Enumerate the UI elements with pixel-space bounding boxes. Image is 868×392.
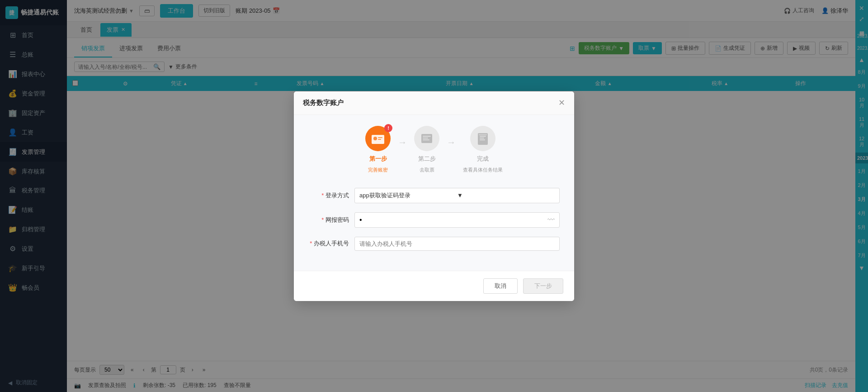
modal-overlay: 税务数字账户 ✕ ! 第一步	[0, 0, 868, 392]
login-method-value: app获取验证码登录	[359, 191, 457, 200]
step2-desc: 去取票	[420, 167, 434, 173]
step-1: ! 第一步 完善账密	[365, 126, 391, 173]
step-arrow-2: →	[447, 137, 456, 148]
tax-account-modal: 税务数字账户 ✕ ! 第一步	[294, 91, 574, 301]
required-star-2: *	[321, 216, 324, 223]
phone-label: * 办税人手机号	[308, 239, 349, 248]
next-button[interactable]: 下一步	[523, 278, 563, 294]
select-dropdown-icon: ▼	[457, 192, 555, 199]
step2-icon	[414, 126, 439, 151]
login-method-label: * 登录方式	[308, 191, 349, 200]
modal-body: ! 第一步 完善账密 →	[294, 115, 574, 271]
step3-desc: 查看具体任务结果	[463, 167, 503, 173]
svg-rect-12	[479, 134, 487, 135]
svg-rect-6	[423, 138, 428, 139]
modal-title: 税务数字账户	[303, 99, 344, 107]
svg-point-1	[373, 137, 377, 140]
svg-rect-10	[480, 138, 484, 139]
toggle-password-icon[interactable]: 〰	[547, 216, 555, 224]
id-card-icon	[371, 131, 385, 146]
modal-close-button[interactable]: ✕	[558, 99, 565, 107]
login-method-select[interactable]: app获取验证码登录 ▼	[354, 188, 560, 203]
svg-rect-11	[480, 139, 485, 140]
password-input[interactable]	[359, 216, 547, 224]
step1-error-badge: !	[384, 124, 392, 132]
step1-icon: !	[365, 126, 391, 151]
svg-rect-5	[423, 136, 431, 137]
svg-rect-3	[378, 139, 381, 140]
step-3: 完成 查看具体任务结果	[463, 126, 503, 173]
login-method-row: * 登录方式 app获取验证码登录 ▼	[308, 188, 560, 203]
password-field[interactable]: 〰	[354, 212, 560, 228]
required-star: *	[321, 192, 324, 199]
step1-desc: 完善账密	[368, 167, 388, 173]
cancel-button[interactable]: 取消	[483, 278, 518, 294]
step1-label: 第一步	[369, 155, 387, 163]
steps-indicator: ! 第一步 完善账密 →	[308, 126, 560, 173]
step-2: 第二步 去取票	[414, 126, 439, 173]
svg-rect-7	[423, 139, 429, 140]
step3-icon	[470, 126, 495, 151]
ticket-icon	[420, 131, 434, 146]
required-star-3: *	[310, 240, 312, 247]
step2-label: 第二步	[418, 155, 436, 163]
modal-footer: 取消 下一步	[294, 271, 574, 301]
checklist-icon	[476, 131, 490, 146]
password-label: * 网报密码	[308, 216, 349, 224]
phone-row: * 办税人手机号	[308, 237, 560, 251]
phone-input[interactable]	[354, 237, 560, 251]
modal-form: * 登录方式 app获取验证码登录 ▼ * 网报密码	[308, 188, 560, 251]
svg-rect-2	[378, 137, 382, 138]
step-arrow-1: →	[398, 137, 407, 148]
modal-header: 税务数字账户 ✕	[294, 91, 574, 115]
svg-rect-9	[480, 136, 486, 137]
step3-label: 完成	[477, 155, 489, 163]
password-row: * 网报密码 〰	[308, 212, 560, 228]
